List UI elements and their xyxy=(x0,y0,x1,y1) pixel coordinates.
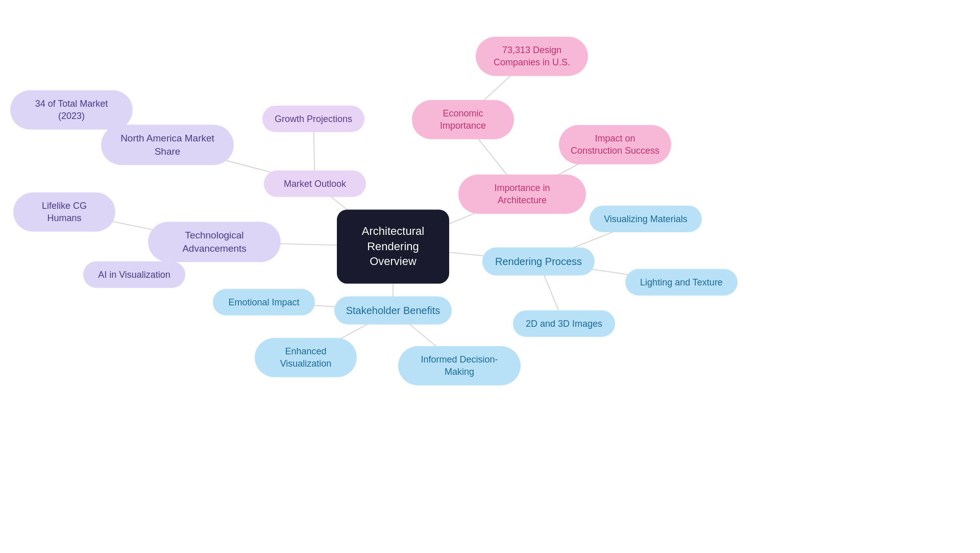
visualizing-materials-node: Visualizing Materials xyxy=(590,206,702,232)
mindmap-canvas: Architectural Rendering OverviewMarket O… xyxy=(0,0,980,553)
informed-decision-node: Informed Decision-Making xyxy=(398,346,521,386)
north-america-node: North America Market Share xyxy=(101,125,234,165)
lighting-texture-node: Lighting and Texture xyxy=(625,269,738,296)
economic-importance-node: Economic Importance xyxy=(412,100,514,139)
34-total-node: 34 of Total Market (2023) xyxy=(10,90,133,130)
2d-3d-node: 2D and 3D Images xyxy=(513,310,615,337)
rendering-process-node: Rendering Process xyxy=(482,248,595,276)
emotional-impact-node: Emotional Impact xyxy=(213,289,315,316)
stakeholder-benefits-node: Stakeholder Benefits xyxy=(334,297,452,325)
lifelike-cg-node: Lifelike CG Humans xyxy=(13,193,115,232)
73313-node: 73,313 Design Companies in U.S. xyxy=(476,37,588,76)
market-outlook-node: Market Outlook xyxy=(264,171,366,197)
impact-construction-node: Impact on Construction Success xyxy=(559,125,671,164)
importance-arch-node: Importance in Architecture xyxy=(458,175,586,214)
growth-projections-node: Growth Projections xyxy=(262,106,364,132)
tech-advancements-node: Technological Advancements xyxy=(148,222,281,262)
ai-visualization-node: AI in Visualization xyxy=(83,261,185,288)
center-node: Architectural Rendering Overview xyxy=(337,209,449,283)
enhanced-viz-node: Enhanced Visualization xyxy=(255,338,357,377)
